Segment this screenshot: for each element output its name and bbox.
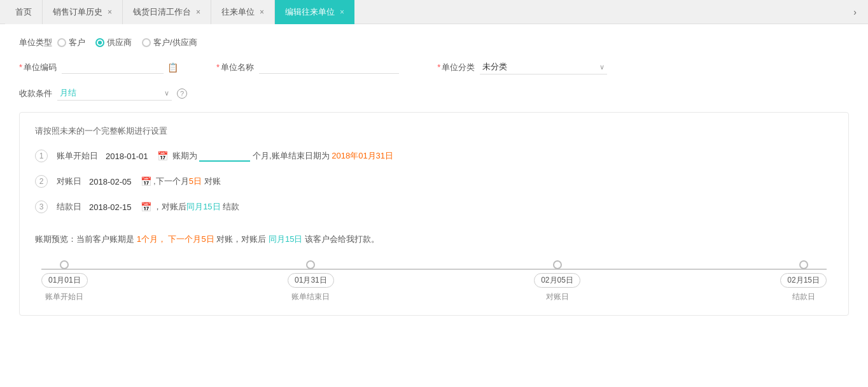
tab-cashflow[interactable]: 钱货日清工作台 ×	[123, 0, 211, 24]
step-3-prefix: ，对账后	[151, 201, 187, 213]
period-settings-section: 请按照未来的一个完整帐期进行设置 1 账单开始日 2018-01-01 📅 账期…	[19, 112, 849, 316]
unit-info-row: * 单位编码 000001 📋 * 单位名称 河南供应商22 * 单位分类 未分…	[19, 60, 849, 74]
unit-code-calendar-icon[interactable]: 📋	[167, 62, 178, 73]
timeline-dot-3	[799, 260, 808, 269]
radio-supplier[interactable]: 供应商	[95, 37, 132, 48]
step-date-3: 2018-02-15	[89, 202, 132, 212]
unit-type-label: 单位类型	[19, 37, 52, 48]
step-3-calendar-icon[interactable]: 📅	[141, 202, 151, 212]
unit-type-radio-group: 客户 供应商 客户/供应商	[57, 37, 197, 48]
step-2-prefix: ,下一个月	[151, 176, 189, 187]
timeline-label-2: 对账日	[546, 292, 569, 302]
step-num-3: 3	[35, 201, 48, 213]
timeline-point-3: 02月15日 结款日	[780, 260, 827, 302]
payment-terms-row: 收款条件 月结 ∨ ?	[19, 86, 849, 101]
step-1-suffix-after: 个月,账单结束日期为	[253, 150, 330, 162]
step-date-1: 2018-01-01	[106, 151, 148, 161]
step-3-suffix: 结款	[221, 201, 240, 213]
step-num-2: 2	[35, 175, 48, 188]
radio-label-supplier: 供应商	[107, 37, 132, 48]
tab-sales-history[interactable]: 销售订单历史 ×	[43, 0, 123, 24]
timeline-label-3: 结款日	[792, 292, 815, 302]
unit-cat-star: *	[437, 62, 440, 72]
preview-p3: 同月15日	[269, 234, 302, 244]
period-months-input[interactable]: 1	[199, 151, 250, 162]
payment-terms-help-icon[interactable]: ?	[177, 88, 187, 99]
preview-p2: 下一个月5日	[168, 234, 214, 244]
tab-partner[interactable]: 往来单位 ×	[211, 0, 275, 24]
preview-end: 该客户会给我打款。	[305, 234, 379, 244]
tabs-bar: 首页 销售订单历史 × 钱货日清工作台 × 往来单位 × 编辑往来单位 × ›	[0, 0, 868, 24]
unit-category-select[interactable]: 未分类 ∨	[480, 60, 607, 74]
radio-customer[interactable]: 客户	[57, 37, 85, 48]
unit-name-label: 单位名称	[221, 62, 254, 73]
timeline-badge-3: 02月15日	[780, 273, 827, 288]
step-date-2: 2018-02-05	[89, 177, 132, 186]
step-1-end-date: 2018年01月31日	[332, 150, 393, 162]
step-2-calendar-icon[interactable]: 📅	[141, 176, 151, 186]
timeline-dot-2	[553, 260, 562, 269]
unit-name-star: *	[216, 62, 220, 72]
tab-home[interactable]: 首页	[5, 0, 43, 24]
radio-both[interactable]: 客户/供应商	[142, 37, 197, 48]
period-preview: 账期预览：当前客户账期是 1个月， 下一个月5日 对账，对账后 同月15日 该客…	[35, 226, 833, 245]
radio-circle-supplier	[95, 38, 104, 47]
timeline-badge-2: 02月05日	[534, 273, 580, 288]
step-row-3: 3 结款日 2018-02-15 📅 ，对账后 同月15日 结款	[35, 201, 833, 213]
preview-p1: 1个月，	[137, 234, 166, 244]
unit-code-input[interactable]: 000001	[62, 61, 164, 74]
step-2-highlight: 5日	[189, 176, 202, 187]
unit-name-input[interactable]: 河南供应商22	[259, 61, 399, 74]
step-row-1: 1 账单开始日 2018-01-01 📅 账期为 1 个月,账单结束日期为 20…	[35, 150, 833, 162]
main-content: 单位类型 客户 供应商 客户/供应商 * 单位编码 000001 📋 * 单位名…	[0, 24, 868, 387]
section-title: 请按照未来的一个完整帐期进行设置	[35, 125, 833, 137]
step-2-suffix: 对账	[202, 176, 221, 187]
step-1-suffix-before: 账期为	[172, 150, 197, 162]
timeline-badge-0: 01月01日	[41, 273, 88, 288]
step-row-2: 2 对账日 2018-02-05 📅 ,下一个月 5日 对账	[35, 175, 833, 188]
timeline-dot-0	[60, 260, 69, 269]
unit-code-label: 单位编码	[24, 62, 57, 73]
payment-terms-chevron[interactable]: ∨	[164, 89, 169, 97]
timeline-points: 01月01日 账单开始日 01月31日 账单结束日 02月05日 对账日 02月…	[41, 260, 827, 302]
unit-category-chevron[interactable]: ∨	[599, 63, 605, 71]
timeline-point-1: 01月31日 账单结束日	[288, 260, 334, 302]
close-tab-sales-history[interactable]: ×	[108, 8, 112, 17]
payment-terms-label: 收款条件	[19, 88, 52, 99]
close-tab-cashflow[interactable]: ×	[196, 8, 200, 17]
step-label-1: 账单开始日	[57, 150, 98, 162]
timeline-point-2: 02月05日 对账日	[534, 260, 580, 302]
step-num-1: 1	[35, 150, 48, 162]
tab-edit-partner[interactable]: 编辑往来单位 ×	[275, 0, 354, 24]
tab-arrow[interactable]: ›	[847, 7, 863, 17]
close-tab-edit-partner[interactable]: ×	[340, 8, 344, 17]
timeline-label-0: 账单开始日	[45, 292, 83, 302]
unit-cat-label: 单位分类	[442, 62, 475, 73]
step-1-prefix	[168, 151, 172, 161]
unit-type-row: 单位类型 客户 供应商 客户/供应商	[19, 37, 849, 48]
radio-label-customer: 客户	[69, 37, 85, 48]
timeline-label-1: 账单结束日	[291, 292, 330, 302]
step-3-highlight: 同月15日	[186, 201, 220, 213]
payment-terms-select[interactable]: 月结 ∨	[57, 86, 172, 101]
preview-label: 账期预览：当前客户账期是	[35, 234, 134, 244]
timeline-point-0: 01月01日 账单开始日	[41, 260, 88, 302]
step-label-3: 结款日	[57, 201, 81, 213]
radio-label-both: 客户/供应商	[153, 37, 197, 48]
unit-code-star: *	[19, 62, 22, 72]
close-tab-partner[interactable]: ×	[260, 8, 264, 17]
radio-circle-both	[142, 38, 151, 47]
timeline-dot-1	[306, 260, 315, 269]
preview-mid: 对账，对账后	[216, 234, 266, 244]
radio-circle-customer	[57, 38, 66, 47]
unit-category-value: 未分类	[482, 61, 599, 73]
timeline-badge-1: 01月31日	[288, 273, 334, 288]
payment-terms-value: 月结	[60, 87, 164, 99]
step-1-calendar-icon[interactable]: 📅	[157, 151, 168, 161]
timeline: 01月01日 账单开始日 01月31日 账单结束日 02月05日 对账日 02月…	[35, 260, 833, 302]
step-label-2: 对账日	[57, 176, 81, 187]
